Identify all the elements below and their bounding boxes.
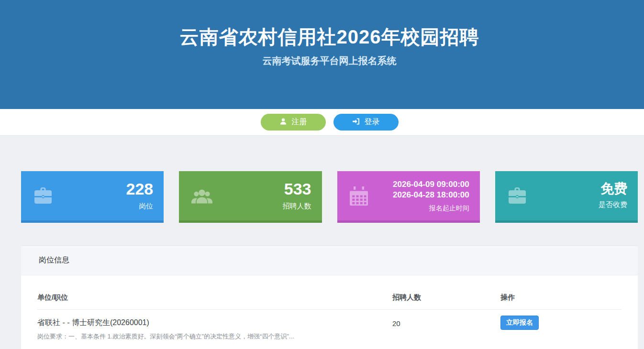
page-subtitle: 云南考试服务平台网上报名系统 bbox=[21, 55, 638, 67]
positions-count: 228 bbox=[126, 181, 154, 197]
briefcase-icon bbox=[506, 185, 529, 207]
table-row: 省联社 - - 博士研究生(20260001) 岗位要求：一、基本条件 1.政治… bbox=[37, 310, 622, 341]
job-count: 20 bbox=[392, 316, 500, 327]
period-start: 2026-04-09 09:00:00 bbox=[393, 179, 469, 190]
apply-button[interactable]: 立即报名 bbox=[500, 316, 539, 330]
users-icon bbox=[189, 185, 214, 207]
stat-card-headcount: 533 招聘人数 bbox=[179, 171, 322, 223]
fee-value: 免费 bbox=[600, 182, 627, 196]
register-button[interactable]: 注册 bbox=[261, 114, 326, 131]
column-header-action: 操作 bbox=[500, 293, 622, 302]
stat-card-positions: 228 岗位 bbox=[21, 171, 164, 223]
login-button[interactable]: 登录 bbox=[333, 114, 399, 131]
column-header-position: 单位/职位 bbox=[37, 293, 392, 302]
stat-card-period: 2026-04-09 09:00:00 2026-04-28 18:00:00 … bbox=[337, 171, 480, 223]
job-requirements: 岗位要求：一、基本条件 1.政治素质好。深刻领会“两个确立”的决定性意义，增强“… bbox=[37, 332, 392, 341]
jobs-panel-title: 岗位信息 bbox=[21, 245, 638, 275]
stats-row: 228 岗位 533 招聘人数 2026-04-09 09:00:00 2026… bbox=[21, 171, 638, 223]
job-cell-position: 省联社 - - 博士研究生(20260001) 岗位要求：一、基本条件 1.政治… bbox=[37, 316, 392, 341]
jobs-table: 单位/职位 招聘人数 操作 省联社 - - 博士研究生(20260001) 岗位… bbox=[21, 275, 638, 349]
job-cell-action: 立即报名 bbox=[500, 316, 622, 330]
login-button-label: 登录 bbox=[365, 117, 380, 127]
job-title: 省联社 - - 博士研究生(20260001) bbox=[37, 316, 392, 328]
stat-card-fee: 免费 是否收费 bbox=[495, 171, 638, 223]
user-icon bbox=[279, 118, 287, 127]
column-header-count: 招聘人数 bbox=[392, 293, 500, 302]
register-button-label: 注册 bbox=[292, 117, 307, 127]
headcount-label: 招聘人数 bbox=[283, 202, 311, 211]
page-header: 云南省农村信用社2026年校园招聘 云南考试服务平台网上报名系统 bbox=[0, 0, 644, 109]
headcount-count: 533 bbox=[284, 181, 311, 197]
calendar-icon bbox=[348, 185, 370, 207]
positions-label: 岗位 bbox=[139, 202, 153, 211]
period-end: 2026-04-28 18:00:00 bbox=[393, 190, 469, 200]
period-label: 报名起止时间 bbox=[429, 204, 469, 213]
job-cell-count: 20 bbox=[392, 316, 500, 327]
jobs-table-header-row: 单位/职位 招聘人数 操作 bbox=[37, 275, 622, 310]
briefcase-icon bbox=[32, 185, 55, 207]
fee-label: 是否收费 bbox=[599, 200, 627, 209]
page-title: 云南省农村信用社2026年校园招聘 bbox=[21, 0, 638, 47]
auth-actions-band: 注册 登录 bbox=[0, 109, 644, 136]
sign-in-icon bbox=[352, 118, 360, 127]
jobs-panel: 岗位信息 单位/职位 招聘人数 操作 省联社 - - 博士研究生(2026000… bbox=[21, 245, 638, 349]
